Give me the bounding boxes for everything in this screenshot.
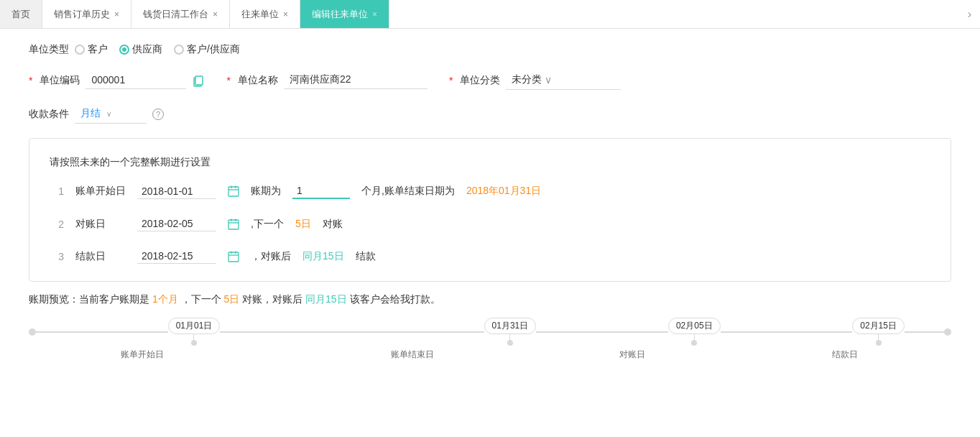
timeline-circle-1 (191, 340, 197, 346)
timeline-circle-2 (507, 340, 513, 346)
payment-terms-group: 收款条件 月结 ∨ ? (29, 104, 164, 124)
payment-terms-label: 收款条件 (29, 108, 69, 121)
settings-title: 请按照未来的一个完整帐期进行设置 (50, 156, 930, 169)
timeline-end-dot (944, 328, 951, 336)
payment-date-cal-icon[interactable] (228, 251, 239, 262)
unit-type-label: 单位类型 (29, 43, 69, 56)
content-area: 单位类型 客户 供应商 客户/供应商 * 单位编码 (0, 29, 980, 437)
timeline-line-3 (536, 331, 668, 333)
timeline-start-dot (29, 328, 36, 336)
payment-terms-row: 收款条件 月结 ∨ ? (29, 104, 951, 124)
timeline-line-5 (905, 331, 944, 333)
svg-rect-2 (228, 187, 239, 196)
radio-supplier[interactable]: 供应商 (119, 43, 162, 56)
preview-sep1: ，下一个 (181, 293, 221, 305)
settings-row-3: 3 结款日 ，对账后 同月15日 结款 (50, 249, 930, 264)
reconcile-date-cal-icon[interactable] (228, 218, 239, 230)
svg-rect-10 (228, 252, 239, 262)
timeline-badge-3: 02月05日 (668, 318, 721, 334)
payment-date-input[interactable] (137, 249, 216, 264)
timeline-line-down-2 (509, 334, 510, 340)
tab-home[interactable]: 首页 (0, 0, 42, 28)
tab-cash-work[interactable]: 钱货日清工作台 × (131, 0, 230, 28)
tab-close-cash-work[interactable]: × (213, 9, 218, 19)
svg-rect-6 (228, 220, 239, 229)
timeline-line-down-4 (878, 334, 879, 340)
timeline-label-3: 对账日 (611, 349, 654, 361)
reconcile-highlight: 5日 (295, 218, 311, 231)
unit-class-label: 单位分类 (460, 74, 500, 87)
preview-suffix: 该客户会给我打款。 (350, 293, 440, 305)
unit-class-value: 未分类 (512, 73, 542, 86)
preview-part2: 5日 (223, 293, 239, 305)
tab-partner-unit[interactable]: 往来单位 × (230, 0, 300, 28)
unit-type-group: 单位类型 客户 供应商 客户/供应商 (29, 43, 240, 56)
unit-code-star: * (29, 75, 32, 86)
tab-more-button[interactable]: › (959, 0, 980, 28)
tab-edit-partner[interactable]: 编辑往来单位 × (300, 0, 389, 28)
unit-code-copy-icon[interactable] (192, 74, 205, 87)
timeline-label-2: 账单结束日 (384, 349, 441, 361)
reconcile-desc-before: ,下一个 (251, 218, 284, 231)
timeline-line-2 (220, 331, 484, 333)
payment-highlight: 同月15日 (302, 250, 344, 263)
period-input[interactable] (292, 183, 350, 199)
timeline-badge-4: 02月15日 (852, 318, 905, 334)
row-label-2: 对账日 (75, 218, 126, 231)
radio-customer[interactable]: 客户 (75, 43, 108, 56)
settings-row-1: 1 账单开始日 账期为 个月,账单结束日期为 2018年01月31日 (50, 183, 930, 199)
timeline-line-down-3 (694, 334, 695, 340)
unit-class-select[interactable]: 未分类 ∨ (506, 70, 621, 90)
timeline-line-1 (36, 331, 168, 333)
help-icon[interactable]: ? (152, 109, 164, 120)
start-date-input[interactable] (137, 184, 216, 199)
radio-supplier-circle (119, 45, 129, 55)
payment-terms-arrow: ∨ (106, 110, 111, 118)
unit-name-input[interactable] (284, 71, 427, 89)
row-label-1: 账单开始日 (75, 185, 126, 198)
unit-name-star: * (226, 75, 230, 86)
unit-type-row: 单位类型 客户 供应商 客户/供应商 (29, 43, 951, 56)
timeline-badge-2: 01月31日 (484, 318, 537, 334)
timeline-line-4 (721, 331, 853, 333)
timeline-line-down-1 (193, 334, 194, 340)
unit-info-row: * 单位编码 * 单位名称 * 单位分类 未分类 ∨ (29, 70, 951, 90)
period-unit-text: 个月,账单结束日期为 (361, 185, 455, 198)
preview-part1: 1个月 (152, 293, 178, 305)
reconcile-date-input[interactable] (137, 216, 216, 231)
tab-close-edit-partner[interactable]: × (372, 9, 377, 19)
preview-label: 账期预览：当前客户账期是 (29, 293, 149, 305)
timeline-label-1: 账单开始日 (114, 349, 171, 361)
tab-bar: 首页 销售订单历史 × 钱货日清工作台 × 往来单位 × 编辑往来单位 × › (0, 0, 980, 29)
timeline-point-2: 01月31日 (484, 318, 537, 346)
period-end-date: 2018年01月31日 (466, 185, 541, 198)
unit-class-group: * 单位分类 未分类 ∨ (449, 70, 621, 90)
radio-both[interactable]: 客户/供应商 (174, 43, 240, 56)
row-number-1: 1 (50, 185, 64, 197)
payment-desc-after: 结款 (356, 250, 376, 263)
preview-part3: 同月15日 (305, 293, 347, 305)
timeline-wrapper: 01月01日 01月31日 02月05日 02月15日 (29, 312, 951, 346)
settings-row-2: 2 对账日 ,下一个 5日 对账 (50, 216, 930, 231)
unit-name-group: * 单位名称 (226, 71, 427, 89)
payment-terms-value: 月结 (80, 107, 101, 120)
payment-desc-before: ，对账后 (251, 250, 291, 263)
timeline-point-1: 01月01日 (168, 318, 221, 346)
timeline-point-4: 02月15日 (852, 318, 905, 346)
payment-terms-select[interactable]: 月结 ∨ (75, 104, 147, 124)
tab-sales-history[interactable]: 销售订单历史 × (42, 0, 131, 28)
row-number-2: 2 (50, 218, 64, 230)
unit-class-arrow: ∨ (545, 74, 552, 86)
svg-rect-1 (195, 76, 203, 85)
radio-customer-circle (75, 45, 85, 55)
tab-close-partner-unit[interactable]: × (283, 9, 288, 19)
start-date-cal-icon[interactable] (228, 185, 239, 197)
timeline-label-4: 结款日 (823, 349, 866, 361)
tab-close-sales-history[interactable]: × (114, 9, 119, 19)
reconcile-desc-after: 对账 (323, 218, 343, 231)
timeline-point-3: 02月05日 (668, 318, 721, 346)
unit-code-input[interactable] (85, 71, 186, 89)
unit-code-label: 单位编码 (40, 74, 80, 87)
settings-card: 请按照未来的一个完整帐期进行设置 1 账单开始日 账期为 个月,账单结束日期为 … (29, 138, 951, 282)
unit-code-group: * 单位编码 (29, 71, 205, 89)
